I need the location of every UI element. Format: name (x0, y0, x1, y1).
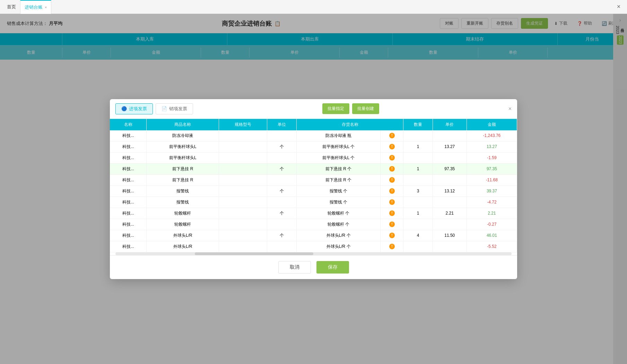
scroll-thumb (195, 252, 314, 255)
tab-sales-label: 销项发票 (169, 106, 187, 112)
th-unit: 单位 (267, 119, 296, 130)
cell-name: 科技... (110, 230, 147, 241)
cell-name: 科技... (110, 208, 147, 219)
cell-inventory: 报警线 个 (296, 197, 381, 208)
warning-icon: ! (389, 133, 395, 138)
table-row: 科技... 轮毂螺杆 轮毂螺杆 个 ! -0.27 (110, 219, 517, 230)
cell-qty (403, 219, 433, 230)
cell-spec (219, 230, 267, 241)
window-close-button[interactable]: × (613, 1, 624, 12)
cell-qty: 4 (403, 230, 433, 241)
cell-inventory: 防冻冷却液 瓶 (296, 130, 381, 141)
cell-amount: 39.37 (467, 185, 517, 197)
cell-name: 科技... (110, 174, 147, 185)
cell-unit (267, 152, 296, 163)
cell-product: 防冻冷却液 (147, 130, 219, 141)
cell-spec (219, 130, 267, 141)
tab-sales-invoice[interactable]: 📄 销项发票 (156, 103, 193, 114)
tab-purchase-invoice[interactable]: 🔵 进项发票 (115, 103, 153, 114)
warning-icon: ! (389, 199, 395, 205)
cell-amount: -4.72 (467, 197, 517, 208)
cell-qty (403, 197, 433, 208)
cell-unit: 个 (267, 163, 296, 174)
cell-inventory: 前平衡杆球头L 个 (296, 152, 381, 163)
warning-icon: ! (389, 222, 395, 227)
dialog-toolbar: 批量指定 批量创建 (322, 103, 379, 114)
cell-name: 科技... (110, 152, 147, 163)
cell-warn: ! (381, 130, 403, 141)
th-product: 商品名称 (147, 119, 219, 130)
cell-inventory: 前下悬挂 R 个 (296, 174, 381, 185)
cell-product: 轮毂螺杆 (147, 208, 219, 219)
warning-icon: ! (389, 188, 395, 194)
cell-name: 科技... (110, 163, 147, 174)
cell-amount: -5.52 (467, 241, 517, 252)
th-price: 单价 (433, 119, 467, 130)
table-row: 科技... 外球头L/R 个 外球头L/R 个 ! 4 11.50 46.01 (110, 230, 517, 241)
cell-spec (219, 241, 267, 252)
cell-qty (403, 241, 433, 252)
cell-price (433, 152, 467, 163)
cell-qty: 3 (403, 185, 433, 197)
tab-active[interactable]: 进销台账 × (20, 0, 51, 14)
dialog: 🔵 进项发票 📄 销项发票 批量指定 批量创建 × (110, 99, 517, 279)
cell-price: 11.50 (433, 230, 467, 241)
dialog-close-button[interactable]: × (508, 106, 512, 112)
cell-price (433, 197, 467, 208)
dialog-header: 🔵 进项发票 📄 销项发票 批量指定 批量创建 × (110, 99, 517, 119)
cell-qty: 1 (403, 163, 433, 174)
th-amount: 金额 (467, 119, 517, 130)
cell-warn: ! (381, 230, 403, 241)
cell-warn: ! (381, 141, 403, 152)
warning-icon: ! (389, 210, 395, 216)
cell-amount: 46.01 (467, 230, 517, 241)
cell-amount: -1,243.76 (467, 130, 517, 141)
cell-warn: ! (381, 174, 403, 185)
cell-qty (403, 174, 433, 185)
warning-icon: ! (389, 177, 395, 183)
cell-price (433, 174, 467, 185)
cell-unit: 个 (267, 185, 296, 197)
cell-inventory: 外球头L/R 个 (296, 241, 381, 252)
table-row: 科技... 前平衡杆球头L 前平衡杆球头L 个 ! -1.59 (110, 152, 517, 163)
cell-name: 科技... (110, 219, 147, 230)
cell-inventory: 报警线 个 (296, 185, 381, 197)
btn-batch-assign[interactable]: 批量指定 (322, 103, 349, 114)
cell-price: 97.35 (433, 163, 467, 174)
btn-cancel[interactable]: 取消 (278, 261, 311, 274)
cell-warn: ! (381, 197, 403, 208)
cell-inventory: 轮毂螺杆 个 (296, 219, 381, 230)
tab-close-icon[interactable]: × (45, 0, 47, 14)
table-row: 科技... 报警线 个 报警线 个 ! 3 13.12 39.37 (110, 185, 517, 197)
th-name: 名称 (110, 119, 147, 130)
horizontal-scrollbar[interactable] (115, 252, 512, 255)
cell-warn: ! (381, 219, 403, 230)
cell-spec (219, 152, 267, 163)
cell-inventory: 轮毂螺杆 个 (296, 208, 381, 219)
cell-product: 轮毂螺杆 (147, 219, 219, 230)
cell-spec (219, 208, 267, 219)
btn-save[interactable]: 保存 (316, 261, 349, 274)
cell-spec (219, 185, 267, 197)
cell-unit (267, 130, 296, 141)
table-row: 科技... 报警线 报警线 个 ! -4.72 (110, 197, 517, 208)
cell-product: 报警线 (147, 185, 219, 197)
cell-product: 报警线 (147, 197, 219, 208)
cell-warn: ! (381, 208, 403, 219)
cell-unit (267, 241, 296, 252)
dialog-table-wrap[interactable]: 名称 商品名称 规格型号 单位 存货名称 数量 单价 金额 科技... 防冻冷却… (110, 119, 517, 252)
cell-amount: 97.35 (467, 163, 517, 174)
table-row: 科技... 外球头L/R 外球头L/R 个 ! -5.52 (110, 241, 517, 252)
th-qty: 数量 (403, 119, 433, 130)
invoice-table-body: 科技... 防冻冷却液 防冻冷却液 瓶 ! -1,243.76 科技... 前平… (110, 130, 517, 252)
cell-unit: 个 (267, 208, 296, 219)
btn-batch-create[interactable]: 批量创建 (352, 103, 379, 114)
tab-home[interactable]: 首页 (3, 0, 20, 14)
cell-unit (267, 219, 296, 230)
cell-product: 前平衡杆球头L (147, 141, 219, 152)
tab-purchase-label: 进项发票 (129, 106, 147, 112)
cell-unit (267, 197, 296, 208)
invoice-table: 名称 商品名称 规格型号 单位 存货名称 数量 单价 金额 科技... 防冻冷却… (110, 119, 517, 252)
cell-unit: 个 (267, 141, 296, 152)
table-row: 科技... 防冻冷却液 防冻冷却液 瓶 ! -1,243.76 (110, 130, 517, 141)
